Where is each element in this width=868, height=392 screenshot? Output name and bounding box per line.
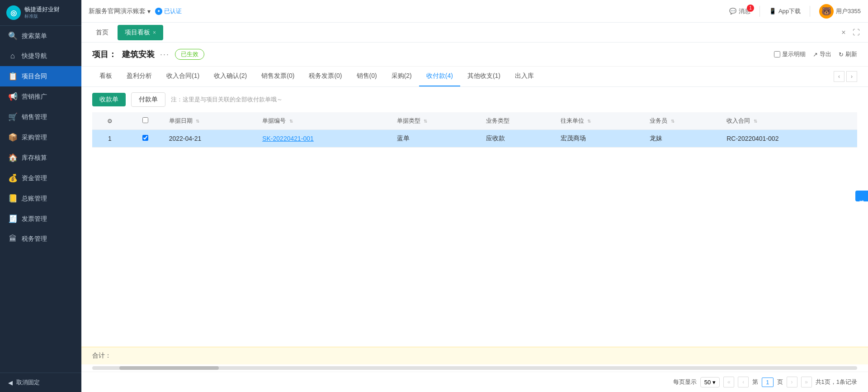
maximize-icon: ⛶ (853, 29, 860, 37)
sidebar-item-tax[interactable]: 🏛 税务管理 (0, 229, 81, 249)
marketing-icon: 📢 (8, 92, 17, 101)
page-word-post: 页 (777, 378, 783, 386)
window-controls: × ⛶ (839, 28, 861, 37)
more-options-icon[interactable]: ··· (160, 50, 170, 59)
page-size-select[interactable]: 50 ▾ (700, 377, 720, 387)
tab-project-board-label: 项目看板 (125, 29, 150, 37)
tax-icon: 🏛 (8, 234, 17, 244)
account-dropdown[interactable]: 新服务官网演示账套 ▾ (89, 7, 151, 15)
main-content: 新服务官网演示账套 ▾ ✦ 已认证 💬 消息 1 📱 App下载 🐻 用户 (81, 0, 868, 392)
shoukuan-button[interactable]: 收款单 (92, 93, 126, 106)
tab-project-board[interactable]: 项目看板 × (118, 25, 163, 40)
sub-tabs-next-button[interactable]: › (846, 71, 857, 82)
invoice-icon: 🧾 (8, 214, 17, 224)
sort-icon: ⇅ (289, 119, 293, 124)
th-contract[interactable]: 收入合同 ⇅ (721, 112, 857, 130)
td-salesman: 龙妹 (644, 130, 721, 148)
page-prev-button[interactable]: ‹ (738, 377, 749, 387)
td-date: 2022-04-21 (164, 130, 257, 148)
sidebar-cancel-fixed[interactable]: ◀ 取消固定 (0, 373, 81, 392)
sub-tabs-prev-button[interactable]: ‹ (834, 71, 844, 82)
th-salesman[interactable]: 业务员 ⇅ (644, 112, 721, 130)
dropdown-chevron-icon: ▾ (147, 8, 151, 15)
select-all-checkbox[interactable] (142, 117, 148, 123)
page-current: 1 (762, 378, 773, 387)
th-date[interactable]: 单据日期 ⇅ (164, 112, 257, 130)
tab-home[interactable]: 首页 (89, 25, 116, 40)
show-detail-input[interactable] (774, 51, 780, 57)
table-row[interactable]: 1 2022-04-21 SK-20220421-001 蓝单 应收款 宏茂商场… (92, 130, 857, 148)
sub-tab-payment[interactable]: 收付款(4) (419, 67, 460, 86)
tab-bar: 首页 项目看板 × × ⛶ (81, 23, 868, 43)
sidebar: ◎ 畅捷通好业财 标准版 🔍 搜索菜单 ⌂ 快捷导航 📋 项目合同 📢 营销推广… (0, 0, 81, 392)
td-code: SK-20220421-001 (257, 130, 391, 148)
sidebar-item-purchase[interactable]: 📦 采购管理 (0, 127, 81, 148)
page-size-value: 50 (704, 379, 711, 386)
tab-home-label: 首页 (96, 29, 108, 37)
app-edition: 标准版 (24, 13, 60, 19)
page-first-button[interactable]: « (723, 377, 734, 387)
th-type[interactable]: 单据类型 ⇅ (392, 112, 481, 130)
sub-tab-income-confirm[interactable]: 收入确认(2) (207, 67, 254, 86)
export-label: 导出 (820, 50, 831, 58)
sub-tabs-nav: ‹ › (834, 71, 857, 82)
sub-tab-income-contract[interactable]: 收入合同(1) (159, 67, 207, 86)
page-next-button[interactable]: › (787, 377, 797, 387)
row-checkbox[interactable] (142, 135, 148, 141)
tab-close-icon[interactable]: × (153, 29, 156, 36)
sidebar-item-label: 采购管理 (22, 134, 47, 142)
sidebar-item-finance[interactable]: 💰 资金管理 (0, 168, 81, 188)
sub-tab-purchase[interactable]: 采购(2) (384, 67, 419, 86)
sub-tab-profit[interactable]: 盈利分析 (119, 67, 159, 86)
sidebar-nav: 🔍 搜索菜单 ⌂ 快捷导航 📋 项目合同 📢 营销推广 🛒 销售管理 📦 采购管… (0, 26, 81, 373)
sub-tabs: 看板 盈利分析 收入合同(1) 收入确认(2) 销售发票(0) 税务发票(0) … (81, 67, 868, 87)
horizontal-scrollbar[interactable] (81, 364, 868, 372)
sidebar-item-label: 销售管理 (22, 113, 47, 121)
document-link[interactable]: SK-20220421-001 (262, 135, 314, 142)
th-code[interactable]: 单据编号 ⇅ (257, 112, 391, 130)
window-maximize-button[interactable]: ⛶ (852, 28, 861, 37)
sub-tab-sales[interactable]: 销售(0) (349, 67, 384, 86)
sort-icon: ⇅ (587, 119, 591, 124)
sidebar-item-sales[interactable]: 🛒 销售管理 (0, 107, 81, 127)
sidebar-item-inventory[interactable]: 🏠 库存核算 (0, 148, 81, 168)
refresh-button[interactable]: ↻ 刷新 (839, 50, 857, 58)
sub-tab-warehouse[interactable]: 出入库 (508, 67, 541, 86)
project-prefix: 项目： (92, 49, 117, 60)
window-close-button[interactable]: × (839, 28, 848, 37)
summary-row: 合计： (81, 347, 868, 364)
message-button[interactable]: 💬 消息 1 (729, 7, 750, 15)
th-partner[interactable]: 往来单位 ⇅ (555, 112, 645, 130)
sidebar-item-invoice[interactable]: 🧾 发票管理 (0, 209, 81, 229)
sidebar-item-search[interactable]: 🔍 搜索菜单 (0, 26, 81, 46)
sub-tab-kanban[interactable]: 看板 (92, 67, 119, 86)
feedback-button[interactable]: 反馈 (855, 191, 868, 201)
export-button[interactable]: ↗ 导出 (813, 50, 831, 58)
user-menu[interactable]: 🐻 用户3355 (819, 4, 861, 19)
sidebar-item-label: 营销推广 (22, 93, 47, 101)
scrollbar-track (92, 366, 857, 370)
fukuan-button[interactable]: 付款单 (131, 92, 165, 107)
header-divider2 (810, 6, 810, 17)
page-size-label: 每页显示 (673, 378, 697, 386)
sidebar-item-label: 发票管理 (22, 215, 47, 223)
sub-tab-tax-invoice[interactable]: 税务发票(0) (302, 67, 349, 86)
sidebar-item-marketing[interactable]: 📢 营销推广 (0, 86, 81, 107)
settings-icon[interactable]: ⚙ (107, 118, 113, 124)
sub-tab-sales-invoice[interactable]: 销售发票(0) (254, 67, 302, 86)
project-actions: 显示明细 ↗ 导出 ↻ 刷新 (774, 50, 857, 58)
finance-icon: 💰 (8, 173, 17, 183)
sidebar-item-ledger[interactable]: 📒 总账管理 (0, 188, 81, 209)
sidebar-item-quicknav[interactable]: ⌂ 快捷导航 (0, 46, 81, 66)
sort-icon: ⇅ (671, 119, 675, 124)
refresh-icon: ↻ (839, 51, 844, 58)
app-download-button[interactable]: 📱 App下载 (769, 7, 801, 15)
scrollbar-thumb[interactable] (119, 366, 219, 370)
sidebar-item-project[interactable]: 📋 项目合同 (0, 66, 81, 86)
close-icon: × (841, 29, 845, 37)
avatar: 🐻 (819, 4, 834, 19)
show-detail-checkbox[interactable]: 显示明细 (774, 50, 806, 58)
page-last-button[interactable]: » (801, 377, 812, 387)
inventory-icon: 🏠 (8, 153, 17, 163)
sub-tab-other[interactable]: 其他收支(1) (460, 67, 508, 86)
